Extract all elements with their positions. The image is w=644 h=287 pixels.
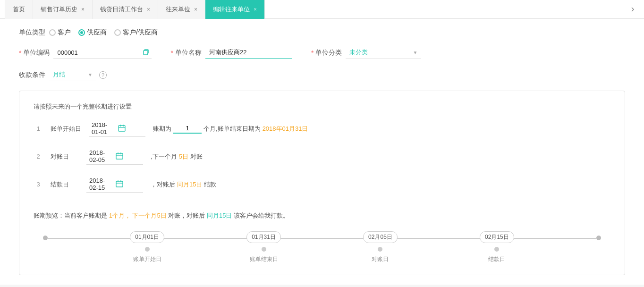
period-input[interactable] [173,124,202,134]
tab-partner-units[interactable]: 往来单位 × [158,0,205,19]
timeline-node-4: 02月15日 结款日 [480,231,514,263]
copy-icon[interactable] [140,48,152,57]
node-dot-1 [145,247,150,252]
step-row-2: 2 对账日 2018-02-05 ,下一个月5日 对账 [34,148,610,165]
unit-type-label: 单位类型 [19,28,45,37]
unit-category-value: 未分类 [349,48,411,57]
payment-terms-value: 月结 [53,70,86,79]
node-badge-2: 01月31日 [246,231,281,243]
node-badge-4: 02月15日 [480,231,514,243]
required-star: * [311,49,314,57]
unit-code-field: * 单位编码 [19,47,152,59]
chevron-down-icon: ▼ [88,72,93,77]
required-star: * [170,49,173,57]
panel-tip: 请按照未来的一个完整帐期进行设置 [34,102,610,111]
step-num-2: 2 [34,153,43,160]
radio-customer-supplier[interactable]: 客户/供应商 [114,28,158,37]
timeline-right-endpoint [596,231,601,263]
step-row-3: 3 结款日 2018-02-15 ，对账后 同月15日 结款 [34,176,610,193]
radio-customer-label: 客户 [58,28,71,37]
node-badge-1: 01月01日 [130,231,164,243]
node-label-3: 对账日 [372,255,389,263]
step-3-end: 结款 [204,180,216,189]
payment-terms-select[interactable]: 月结 ▼ [49,68,96,81]
step-1-suffix-after: 个月,账单结束日期为 [203,125,261,133]
tab-home-label: 首页 [13,5,25,14]
radio-supplier-label: 供应商 [87,28,107,37]
step-num-3: 3 [34,181,43,188]
step-3-day: 同月15日 [177,180,202,189]
close-icon[interactable]: × [81,6,85,13]
radio-supplier[interactable]: 供应商 [78,28,107,37]
calendar-icon[interactable] [118,124,143,133]
preview-text: 账期预览：当前客户账期是 1个月， 下一个月5日 对账，对账后 同月15日 该客… [34,204,610,220]
radio-customer-supplier-label: 客户/供应商 [123,28,158,37]
close-icon[interactable]: × [194,6,197,13]
unit-category-select[interactable]: 未分类 ▼ [346,46,421,59]
tab-home[interactable]: 首页 [5,0,33,19]
step-row-1: 1 账单开始日 2018-01-01 账期为 个月,账单结束日期为 2018年0 [34,120,610,137]
end-date-highlight: 2018年01月31日 [263,125,308,133]
timeline-container: 01月01日 账单开始日 01月31日 账单结束日 02月05日 对账日 02月… [34,231,610,263]
radio-circle-customer [49,29,56,36]
timeline-node-3: 02月05日 对账日 [363,231,398,263]
unit-info-row: * 单位编码 * 单位名称 * 单位分类 未分类 [19,46,625,59]
svg-rect-0 [144,51,148,55]
preview-label: 账期预览：当前客户账期是 [34,212,107,219]
timeline-left-endpoint [43,231,48,263]
close-icon[interactable]: × [147,6,150,13]
node-label-1: 账单开始日 [133,255,161,263]
chevron-down-icon: ▼ [413,50,417,55]
step-label-1: 账单开始日 [51,125,81,133]
step-label-2: 对账日 [51,152,79,161]
node-label-4: 结款日 [488,255,505,263]
step-2-suffix: ,下一个月5日 对账 [151,152,203,161]
node-badge-3: 02月05日 [363,231,398,243]
help-icon[interactable]: ? [99,71,107,79]
unit-name-label: 单位名称 [175,49,202,57]
node-dot-4 [494,247,499,252]
svg-rect-1 [119,126,125,131]
reconcile-date-input[interactable]: 2018-02-05 [86,148,143,165]
radio-customer[interactable]: 客户 [49,28,71,37]
step-1-suffix: 账期为 个月,账单结束日期为 2018年01月31日 [153,124,308,134]
start-date-value: 2018-01-01 [92,121,116,135]
preview-payment: 同月15日 [207,212,232,219]
timeline-node-2: 01月31日 账单结束日 [246,231,281,263]
payment-terms-row: 收款条件 月结 ▼ ? [19,68,625,81]
preview-mid: 对账，对账后 [168,212,205,219]
tab-edit-partner-unit-label: 编辑往来单位 [213,5,250,14]
endpoint-dot-right [596,236,601,240]
timeline-items: 01月01日 账单开始日 01月31日 账单结束日 02月05日 对账日 02月… [43,231,601,263]
unit-code-input-wrapper [53,47,152,59]
step-1-suffix-before: 账期为 [153,125,171,133]
preview-end: 该客户会给我打款。 [234,212,289,219]
tab-sales-order-history-label: 销售订单历史 [41,5,77,14]
unit-name-input[interactable] [205,47,292,59]
calendar-icon[interactable] [116,152,140,161]
node-dot-3 [378,247,382,252]
unit-name-field: * 单位名称 [170,47,292,59]
radio-circle-customer-supplier [114,29,121,36]
calendar-icon[interactable] [116,180,140,189]
tabs-expand-button[interactable] [626,7,639,12]
reconcile-date-value: 2018-02-05 [89,149,114,163]
endpoint-dot-left [43,236,48,240]
node-dot-2 [262,247,266,252]
tab-cash-goods-workbench[interactable]: 钱货日清工作台 × [93,0,158,19]
tab-edit-partner-unit[interactable]: 编辑往来单位 × [205,0,265,19]
preview-reconcile: 下一个月5日 [132,212,166,219]
tabs-bar: 首页 销售订单历史 × 钱货日清工作台 × 往来单位 × 编辑往来单位 × [0,0,644,19]
unit-code-label: 单位编码 [23,49,50,57]
payment-date-input[interactable]: 2018-02-15 [86,176,143,193]
unit-code-input[interactable] [53,47,140,58]
close-icon[interactable]: × [254,6,257,13]
unit-category-field: * 单位分类 未分类 ▼ [311,46,421,59]
start-date-input[interactable]: 2018-01-01 [89,120,145,137]
tab-sales-order-history[interactable]: 销售订单历史 × [33,0,93,19]
tab-cash-goods-workbench-label: 钱货日清工作台 [100,5,143,14]
svg-rect-9 [116,181,123,187]
main-content: 单位类型 客户 供应商 客户/供应商 * 单位编码 [0,19,644,285]
payment-date-value: 2018-02-15 [89,177,114,191]
step-3-prefix: ，对账后 [151,180,175,189]
